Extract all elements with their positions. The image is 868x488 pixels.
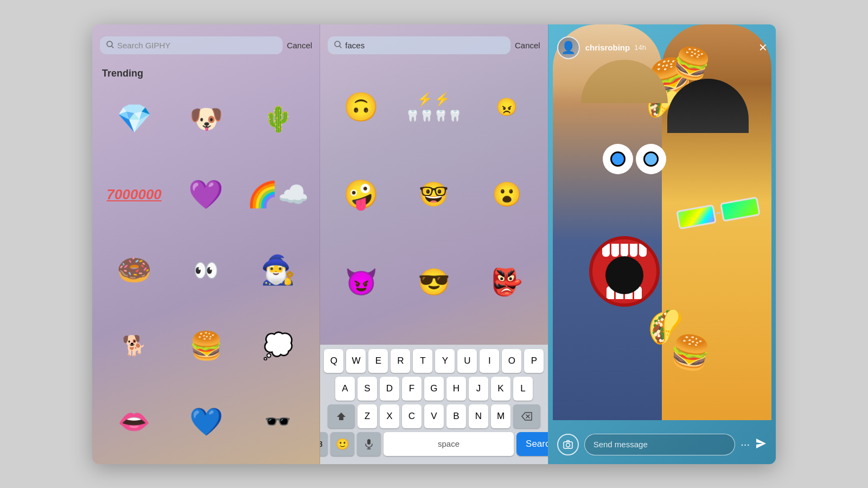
search-icon	[106, 41, 114, 50]
story-more-button[interactable]: ···	[741, 438, 750, 451]
giphy-search-input-wrap[interactable]: Search GIPHY	[100, 36, 283, 54]
screens-container: Search GIPHY Cancel Trending 💎 🐶 🌵 70000…	[92, 24, 776, 464]
keyboard: Q W E R T Y U I O P A S D F G H J K	[320, 345, 547, 464]
giphy-search-placeholder: Search GIPHY	[117, 41, 170, 50]
key-a[interactable]: A	[335, 377, 355, 401]
keyboard-row-3: Z X C V B N M	[322, 404, 545, 428]
key-v[interactable]: V	[424, 404, 444, 428]
key-r[interactable]: R	[391, 349, 410, 373]
key-g[interactable]: G	[424, 377, 444, 401]
story-avatar[interactable]: 👤	[557, 36, 580, 59]
monster-mouth	[589, 236, 660, 307]
story-username: chrisrobinp	[585, 43, 630, 52]
story-share-button[interactable]	[755, 438, 767, 452]
face-sticker-8[interactable]: 😎	[399, 240, 469, 324]
sticker-cactus-taco[interactable]: 🌵	[244, 86, 312, 151]
tooth-1	[602, 244, 610, 257]
tooth-3	[621, 244, 628, 257]
key-e[interactable]: E	[368, 349, 388, 373]
key-h[interactable]: H	[446, 377, 466, 401]
key-p[interactable]: P	[524, 349, 544, 373]
key-shift[interactable]	[328, 404, 355, 428]
face-sticker-5[interactable]: 🤓	[399, 153, 469, 237]
sticker-7million[interactable]: 7000000	[100, 162, 168, 227]
key-l[interactable]: L	[513, 377, 533, 401]
giphy-sticker-grid: 💎 🐶 🌵 7000000 💜 🌈☁️ 🍩 👀	[98, 84, 314, 464]
key-m[interactable]: M	[491, 404, 510, 428]
key-emoji[interactable]: 🙂	[330, 432, 354, 456]
face-sticker-2[interactable]: ⚡⚡ 🦷🦷🦷🦷	[399, 65, 469, 149]
story-bottom-bar: Send message ···	[557, 434, 767, 455]
keyboard-row-4: 123 🙂 space Search	[322, 432, 545, 456]
key-x[interactable]: X	[380, 404, 399, 428]
keyboard-row-1: Q W E R T Y U I O P	[322, 349, 545, 373]
face-sticker-9[interactable]: 👺	[471, 240, 542, 324]
sticker-donut[interactable]: 🍩	[100, 238, 168, 303]
sticker-wizard-hat[interactable]: 🧙‍♂️	[244, 238, 312, 303]
faces-search-icon	[334, 41, 342, 50]
faces-search-bar: faces Cancel	[328, 36, 540, 54]
key-f[interactable]: F	[402, 377, 422, 401]
key-numbers[interactable]: 123	[320, 432, 328, 456]
sticker-dog-running[interactable]: 🐕	[100, 313, 168, 378]
story-time: 14h	[634, 43, 646, 52]
story-message-input[interactable]: Send message	[584, 434, 736, 455]
key-q[interactable]: Q	[324, 349, 343, 373]
face-sticker-grid: 🙃 ⚡⚡ 🦷🦷🦷🦷 😠 🤪 🤓 😮 😈 😎	[326, 65, 542, 326]
svg-rect-6	[367, 439, 371, 445]
key-o[interactable]: O	[502, 349, 521, 373]
key-n[interactable]: N	[469, 404, 488, 428]
eye-right	[636, 144, 666, 174]
key-y[interactable]: Y	[435, 349, 455, 373]
key-b[interactable]: B	[446, 404, 466, 428]
key-t[interactable]: T	[413, 349, 432, 373]
tooth-5	[639, 244, 647, 257]
sticker-rainbow-cloud[interactable]: 🌈☁️	[244, 162, 312, 227]
key-w[interactable]: W	[346, 349, 366, 373]
faces-search-input-wrap[interactable]: faces	[328, 36, 510, 54]
eye-pupil-right	[643, 151, 659, 167]
key-backspace[interactable]	[513, 404, 540, 428]
key-j[interactable]: J	[469, 377, 488, 401]
face-sticker-1[interactable]: 🙃	[326, 65, 396, 149]
trending-label: Trending	[102, 68, 143, 79]
sticker-blue-heart[interactable]: 💙	[171, 389, 240, 454]
sticker-rainbow-sunglasses[interactable]: 🕶️	[244, 389, 312, 454]
svg-line-1	[112, 46, 113, 48]
key-mic[interactable]	[357, 432, 381, 456]
giphy-cancel-button[interactable]: Cancel	[287, 41, 312, 50]
cartoon-eyes	[603, 144, 666, 174]
sticker-cloud-thought[interactable]: 💭	[244, 313, 312, 378]
sticker-dog-sunglasses[interactable]: 🐶	[171, 86, 240, 151]
tooth-4	[630, 244, 637, 257]
key-s[interactable]: S	[358, 377, 377, 401]
key-k[interactable]: K	[491, 377, 510, 401]
giphy-search-bar: Search GIPHY Cancel	[100, 36, 312, 54]
eye-left	[603, 144, 633, 174]
face-sticker-6[interactable]: 😮	[471, 153, 542, 237]
sticker-lips[interactable]: 👄	[100, 389, 168, 454]
tooth-2	[611, 244, 619, 257]
upper-teeth	[592, 244, 656, 257]
faces-panel: faces Cancel 🙃 ⚡⚡ 🦷🦷🦷🦷 😠 🤪 🤓 😮	[320, 24, 547, 464]
key-u[interactable]: U	[457, 349, 477, 373]
search-button[interactable]: Search	[516, 432, 548, 456]
eye-pupil-left	[610, 151, 626, 167]
sticker-purple-heart[interactable]: 💜	[171, 162, 240, 227]
giphy-panel: Search GIPHY Cancel Trending 💎 🐶 🌵 70000…	[92, 24, 320, 464]
story-camera-button[interactable]	[557, 434, 579, 455]
story-close-button[interactable]: ×	[759, 39, 767, 56]
face-sticker-4[interactable]: 🤪	[326, 153, 396, 237]
key-i[interactable]: I	[480, 349, 499, 373]
key-z[interactable]: Z	[358, 404, 377, 428]
sticker-burger[interactable]: 🍔	[171, 313, 240, 378]
faces-cancel-button[interactable]: Cancel	[515, 41, 540, 50]
key-c[interactable]: C	[402, 404, 422, 428]
face-sticker-3[interactable]: 😠	[471, 65, 542, 149]
sticker-crystal[interactable]: 💎	[100, 86, 168, 151]
sticker-fancy-eyes[interactable]: 👀	[171, 238, 240, 303]
face-sticker-7[interactable]: 😈	[326, 240, 396, 324]
key-space[interactable]: space	[384, 432, 514, 456]
svg-point-10	[566, 443, 570, 447]
key-d[interactable]: D	[380, 377, 399, 401]
